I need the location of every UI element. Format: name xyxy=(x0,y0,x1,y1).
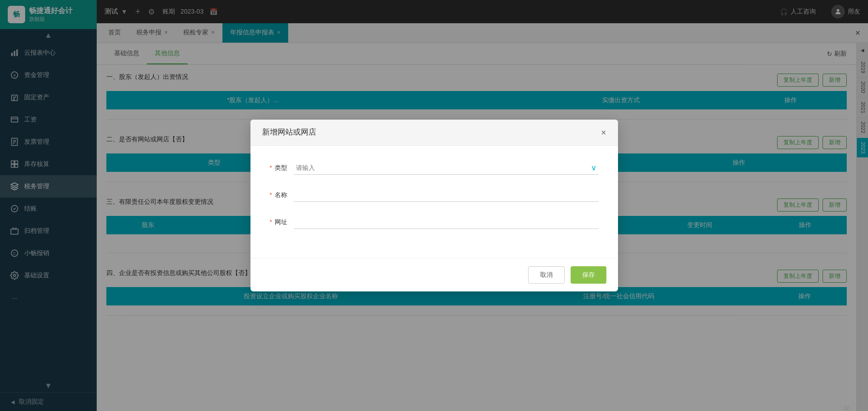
name-label: * 名称 xyxy=(270,191,294,199)
required-mark: * xyxy=(270,164,272,171)
form-field-type: * 类型 ∨ xyxy=(270,161,599,175)
type-input[interactable] xyxy=(294,161,589,174)
dialog-body: * 类型 ∨ * 名称 * 网址 xyxy=(250,146,618,258)
dialog-title: 新增网站或网店 xyxy=(262,127,316,137)
form-field-name: * 名称 xyxy=(270,188,599,202)
dialog-overlay[interactable]: 新增网站或网店 × * 类型 ∨ * 名称 xyxy=(0,0,868,411)
required-mark: * xyxy=(270,218,272,226)
dropdown-arrow-icon: ∨ xyxy=(589,163,599,172)
form-field-url: * 网址 xyxy=(270,215,599,229)
save-button[interactable]: 保存 xyxy=(571,266,606,284)
dialog-header: 新增网站或网店 × xyxy=(250,120,618,146)
url-label: * 网址 xyxy=(270,218,294,227)
dialog-add-website: 新增网站或网店 × * 类型 ∨ * 名称 xyxy=(250,120,618,291)
dialog-footer: 取消 保存 xyxy=(250,258,618,291)
type-label: * 类型 xyxy=(270,164,294,172)
name-input[interactable] xyxy=(294,188,599,202)
url-input[interactable] xyxy=(294,215,599,229)
dialog-close-button[interactable]: × xyxy=(601,128,606,137)
required-mark: * xyxy=(270,191,272,198)
type-select-wrapper: ∨ xyxy=(294,161,599,175)
cancel-button[interactable]: 取消 xyxy=(528,266,565,284)
